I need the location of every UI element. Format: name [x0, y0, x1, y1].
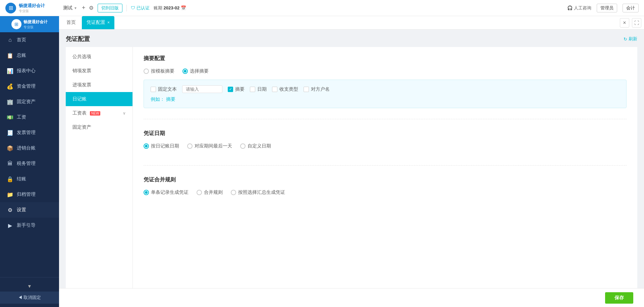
- sidebar-label-payroll: 工资: [17, 114, 26, 120]
- checkbox-payment-type[interactable]: 收支类型: [272, 86, 298, 92]
- sidebar-item-ledger[interactable]: 📋 总账: [0, 48, 59, 63]
- radio-single-record[interactable]: 单条记录生成凭证: [144, 189, 189, 195]
- tab-home[interactable]: 首页: [62, 16, 80, 29]
- sidebar-label-tax: 税务管理: [17, 161, 36, 167]
- ledger-icon: 📋: [7, 52, 13, 59]
- sidebar-item-funds[interactable]: 💰 资金管理: [0, 79, 59, 94]
- newbie-icon: ▶: [7, 222, 13, 229]
- sidebar-item-fixed-assets[interactable]: 🏢 固定资产: [0, 94, 59, 109]
- radio-label-select: 选择摘要: [190, 68, 209, 74]
- tab-voucher-config[interactable]: 凭证配置 ×: [82, 16, 114, 29]
- checkbox-box-counterparty: [304, 87, 309, 92]
- topbar-right: 🎧 人工咨询 管理员 会计: [567, 4, 639, 12]
- radio-merge-rule[interactable]: 合并规则: [197, 189, 223, 195]
- radio-select[interactable]: 选择摘要: [182, 68, 209, 74]
- nav-item-sales[interactable]: 销项发票: [66, 64, 132, 78]
- fixed-assets-icon: 🏢: [7, 99, 13, 105]
- calendar-icon[interactable]: 📅: [181, 5, 186, 10]
- window-expand-button[interactable]: ⛶: [632, 18, 641, 28]
- bottom-bar: 保存: [59, 288, 644, 307]
- logo-text-block: 畅捷通好会计 专业版: [23, 19, 48, 30]
- refresh-label: 刷新: [629, 36, 637, 42]
- sidebar-item-home[interactable]: ⌂ 首页: [0, 32, 59, 48]
- summary-box: 固定文本 摘要 日期: [144, 80, 627, 108]
- settings-icon[interactable]: ⚙: [89, 5, 94, 11]
- close-icon: ×: [623, 20, 626, 26]
- checkbox-fixed-text[interactable]: 固定文本: [151, 86, 177, 92]
- accountant-button[interactable]: 会计: [623, 4, 639, 12]
- sidebar-item-tax[interactable]: 🏛 税务管理: [0, 156, 59, 171]
- sidebar-label-close: 结账: [17, 176, 26, 182]
- radio-template[interactable]: 按模板摘要: [144, 68, 174, 74]
- sidebar-label-funds: 资金管理: [17, 83, 36, 89]
- nav-item-journal[interactable]: 日记账: [66, 92, 132, 106]
- nav-item-purchase[interactable]: 进项发票: [66, 78, 132, 92]
- expand-icon: ⛶: [634, 20, 639, 26]
- project-selector[interactable]: 测试 ▾: [63, 5, 76, 11]
- cancel-fixed-button[interactable]: ◀ 取消固定: [0, 292, 59, 304]
- radio-label-template: 按模板摘要: [151, 68, 174, 74]
- nav-item-public[interactable]: 公共选项: [66, 50, 132, 64]
- app-name-block: 畅捷通好会计 专业版: [19, 3, 45, 13]
- old-version-button[interactable]: 切到旧版: [98, 4, 122, 12]
- radio-label-single-record: 单条记录生成凭证: [151, 189, 189, 195]
- checkbox-box-date: [250, 87, 255, 92]
- add-icon[interactable]: +: [82, 4, 86, 11]
- sidebar-label-newbie: 新手引导: [17, 222, 36, 228]
- example-value: 摘要: [166, 96, 175, 102]
- period-value: 2023-02: [164, 5, 180, 10]
- checkbox-date[interactable]: 日期: [250, 86, 267, 92]
- window-close-button[interactable]: ×: [620, 18, 629, 28]
- sidebar-item-newbie[interactable]: ▶ 新手引导: [0, 218, 59, 233]
- refresh-icon: ↻: [624, 37, 627, 42]
- sidebar-label-home: 首页: [17, 37, 26, 43]
- radio-circle-template: [144, 69, 149, 74]
- consult-link[interactable]: 🎧 人工咨询: [567, 5, 591, 11]
- example-label: 例如：: [151, 96, 165, 102]
- sidebar-item-settings[interactable]: ⚙ 设置: [0, 202, 59, 218]
- sidebar-item-reports[interactable]: 📊 报表中心: [0, 63, 59, 79]
- radio-custom-date[interactable]: 自定义日期: [240, 143, 271, 149]
- tax-icon: 🏛: [7, 161, 13, 167]
- sidebar-item-stock[interactable]: 📦 进销台账: [0, 140, 59, 156]
- sidebar-item-archive[interactable]: 📁 归档管理: [0, 187, 59, 202]
- sidebar-scroll-down-btn[interactable]: ▼: [0, 281, 59, 292]
- home-icon: ⌂: [7, 37, 13, 43]
- radio-label-select-merge: 按照选择汇总生成凭证: [238, 189, 285, 195]
- dropdown-icon: ▾: [74, 6, 76, 10]
- checkbox-label-date: 日期: [257, 86, 267, 92]
- funds-icon: 💰: [7, 83, 13, 90]
- main-layout: ⊞ 畅捷通好会计 专业版 ⌂ 首页 📋 总账 📊 报表中心 💰 资金管理: [0, 16, 644, 307]
- consult-label: 人工咨询: [574, 5, 591, 11]
- radio-period-last[interactable]: 对应期间最后一天: [187, 143, 232, 149]
- refresh-button[interactable]: ↻ 刷新: [624, 36, 637, 42]
- sidebar-logo: ⊞ 畅捷通好会计 专业版: [0, 16, 59, 32]
- sidebar-label-stock: 进销台账: [17, 145, 36, 151]
- manager-button[interactable]: 管理员: [597, 4, 617, 12]
- sidebar-item-payroll[interactable]: 💵 工资: [0, 109, 59, 125]
- nav-item-fixed-assets-config[interactable]: 固定资产: [66, 120, 132, 134]
- radio-journal-date[interactable]: 按日记账日期: [144, 143, 179, 149]
- radio-select-merge[interactable]: 按照选择汇总生成凭证: [231, 189, 285, 195]
- date-section-title: 凭证日期: [144, 130, 627, 137]
- nav-item-payroll-table[interactable]: 工资表 NEW ∨: [66, 106, 132, 120]
- project-name: 测试: [63, 5, 72, 11]
- sidebar-label-archive: 归档管理: [17, 191, 36, 198]
- divider1: [126, 5, 127, 11]
- sidebar-item-close[interactable]: 🔒 结账: [0, 171, 59, 187]
- content-area: 首页 凭证配置 × × ⛶ 凭证配置 ↻ 刷新: [59, 16, 644, 307]
- tab-home-label: 首页: [66, 19, 76, 26]
- logo-sub: 专业版: [23, 25, 48, 30]
- app-sub: 专业版: [19, 9, 45, 13]
- nav-label-payroll-table: 工资表: [72, 110, 87, 116]
- sidebar-item-invoice[interactable]: 🧾 发票管理: [0, 125, 59, 140]
- checkbox-counterparty[interactable]: 对方户名: [304, 86, 330, 92]
- radio-circle-single-record: [144, 190, 149, 195]
- fixed-text-input[interactable]: [182, 85, 222, 93]
- save-button[interactable]: 保存: [605, 292, 633, 304]
- checkbox-summary[interactable]: 摘要: [228, 86, 245, 92]
- tab-bar: 首页 凭证配置 × × ⛶: [59, 16, 644, 30]
- page-content: 凭证配置 ↻ 刷新 公共选项 销项发票 进项发票: [59, 30, 644, 288]
- tab-config-close[interactable]: ×: [107, 20, 110, 25]
- period-label: 账期: [154, 5, 162, 11]
